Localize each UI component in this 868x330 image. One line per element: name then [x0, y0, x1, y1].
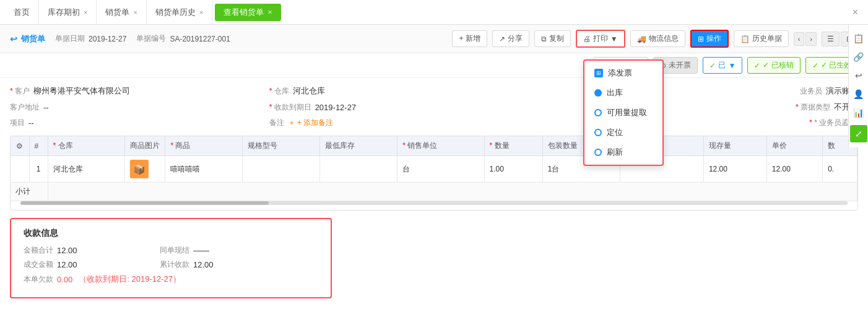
operations-button[interactable]: ⊞ 操作 [690, 30, 729, 48]
plus-icon: ＋ [288, 118, 295, 128]
print-icon: 🖨 [583, 35, 591, 43]
date-label: 单据日期 [55, 33, 85, 44]
owed-value: 0.00 [57, 275, 72, 284]
doc-date-meta: 单据日期 2019-12-27 [55, 33, 126, 44]
new-button[interactable]: + 新增 [452, 30, 487, 47]
warehouse-value[interactable]: 河北仓库 [293, 85, 325, 97]
tab-inventory-init[interactable]: 库存期初 × [39, 0, 97, 25]
tab-bar-close[interactable]: × [848, 7, 863, 18]
tab-sales-order-close[interactable]: × [133, 9, 137, 16]
toolbar-row: 📱 来自手机 ⊙ 未开票 ✓ 已 ▼ ✓ ✓ 已核销 ✓ ✓ 已生效 [0, 53, 868, 78]
table-scroll[interactable]: ⚙ # * 仓库 商品图片 * 商品 规格型号 最低库存 * 销售单位 * 数量… [11, 136, 857, 201]
form-row-1: 客户 柳州粤港平安气体有限公司 仓库 河北仓库 业务员 演示账号 [10, 85, 858, 97]
dropdown-locate[interactable]: 定位 [584, 123, 662, 142]
cell-unit-price: 12.00 [766, 156, 822, 183]
sidebar-icon-return[interactable]: ↩ [850, 67, 867, 84]
project-label: 项目 [10, 118, 25, 128]
total-collected-label: 累计收款 [160, 259, 189, 270]
sidebar-icon-link[interactable]: 🔗 [850, 48, 867, 66]
deal-amount-label: 成交金额 [24, 259, 53, 270]
tab-sales-history[interactable]: 销货单历史 × [147, 0, 212, 25]
total-amount-label: 金额合计 [24, 245, 53, 256]
share-button[interactable]: ↗ 分享 [492, 30, 529, 47]
prev-button[interactable]: ‹ [794, 32, 805, 46]
tab-home[interactable]: 首页 [5, 0, 39, 25]
col-warehouse: * 仓库 [48, 136, 125, 156]
note-field: 备注 ＋ + 添加备注 [269, 118, 505, 128]
add-note-button[interactable]: ＋ + 添加备注 [288, 118, 333, 128]
doc-number-meta: 单据编号 SA-20191227-001 [136, 33, 230, 44]
next-button[interactable]: › [805, 32, 817, 46]
scrollbar-track[interactable] [20, 201, 848, 205]
sidebar-icon-user[interactable]: 👤 [850, 85, 867, 103]
warehouse-label: 仓库 [269, 86, 289, 97]
tab-bar: 首页 库存期初 × 销货单 × 销货单历史 × 查看销货单 × × [0, 0, 868, 25]
cell-num: 1 [29, 156, 48, 183]
sidebar-icon-chart[interactable]: 📊 [850, 104, 867, 121]
col-num: # [29, 136, 48, 156]
address-field: 客户地址 -- [10, 102, 246, 113]
col-spec: 规格型号 [243, 136, 320, 156]
add-invoice-icon: ⊞ [594, 69, 603, 77]
sidebar-icon-expand[interactable]: ⤢ [850, 125, 867, 142]
project-value[interactable]: -- [28, 118, 34, 128]
history-button[interactable]: 📋 历史单据 [734, 30, 789, 47]
customer-label: 客户 [10, 86, 30, 97]
summary-owed: 本单欠款 0.00 （收款到期日: 2019-12-27） [24, 274, 181, 285]
owed-label: 本单欠款 [24, 274, 53, 285]
address-value[interactable]: -- [43, 103, 49, 112]
number-value: SA-20191227-001 [170, 35, 230, 43]
dropdown-refresh[interactable]: 刷新 [584, 142, 662, 162]
table-wrapper: ⚙ # * 仓库 商品图片 * 商品 规格型号 最低库存 * 销售单位 * 数量… [10, 136, 858, 211]
print-dropdown-icon: ▼ [610, 35, 618, 43]
due-date-value[interactable]: 2019-12-27 [315, 103, 357, 112]
tab-sales-history-close[interactable]: × [199, 9, 203, 16]
doc-type-label: 销货单 [21, 33, 45, 45]
summary-deal-amount: 成交金额 12.00 [24, 259, 135, 270]
salesperson-label: * 业务员孟 [809, 118, 849, 128]
cancelled-button[interactable]: ✓ ✓ 已核销 [747, 57, 800, 74]
confirm-button[interactable]: ✓ 已 ▼ [703, 57, 742, 74]
customer-value[interactable]: 柳州粤港平安气体有限公司 [33, 85, 130, 97]
warehouse-field: 仓库 河北仓库 [269, 85, 505, 97]
address-label: 客户地址 [10, 102, 40, 113]
number-label: 单据编号 [136, 33, 166, 44]
col-gear[interactable]: ⚙ [11, 136, 29, 156]
summary-total-amount: 金额合计 12.00 [24, 245, 135, 256]
project-field: 项目 -- [10, 118, 246, 128]
dropdown-menu: ⊞ 添发票 出库 可用量提取 定位 刷新 [583, 59, 664, 166]
print-button[interactable]: 🖨 打印 ▼ [576, 30, 625, 48]
dropdown-add-invoice[interactable]: ⊞ 添发票 [584, 63, 662, 83]
cell-min-stock [320, 156, 397, 183]
dropdown-available-qty[interactable]: 可用量提取 [584, 103, 662, 123]
doc-header: ↩ 销货单 单据日期 2019-12-27 单据编号 SA-20191227-0… [0, 25, 868, 53]
col-qty: * 数量 [484, 136, 542, 156]
main-container: ↩ 销货单 单据日期 2019-12-27 单据编号 SA-20191227-0… [0, 25, 868, 330]
list-view-button[interactable]: ☰ [822, 32, 840, 46]
subtotal-row: 小计 [11, 183, 857, 201]
total-amount-value: 12.00 [57, 246, 77, 255]
col-product: * 商品 [165, 136, 243, 156]
tab-inventory-init-close[interactable]: × [84, 9, 87, 16]
logistics-button[interactable]: 🚚 物流信息 [630, 30, 685, 47]
sidebar-icon-doc[interactable]: 📋 [850, 30, 867, 47]
cell-warehouse: 河北仓库 [48, 156, 125, 183]
tab-sales-order[interactable]: 销货单 × [97, 0, 146, 25]
summary-box: 收款信息 金额合计 12.00 同单现结 —— 成交金额 12.00 累计收款 … [10, 218, 332, 298]
scrollbar-thumb [20, 201, 269, 205]
dropdown-outbound[interactable]: 出库 [584, 83, 662, 103]
right-sidebar: 📋 🔗 ↩ 👤 📊 ⤢ [848, 25, 868, 147]
copy-button[interactable]: ⧉ 复制 [534, 30, 571, 47]
cell-product: 嘻嘻嘻嘻 [165, 156, 243, 183]
col-img: 商品图片 [125, 136, 165, 156]
cell-amount: 0. [823, 156, 857, 183]
summary-same-settle: 同单现结 —— [160, 245, 271, 256]
deal-amount-value: 12.00 [57, 260, 77, 269]
form-area: 客户 柳州粤港平安气体有限公司 仓库 河北仓库 业务员 演示账号 客户地址 --… [0, 78, 868, 136]
summary-row-2: 成交金额 12.00 累计收款 12.00 [24, 259, 318, 270]
cell-spec [243, 156, 320, 183]
tab-view-sales-close[interactable]: × [267, 7, 272, 17]
cell-stock: 12.00 [703, 156, 766, 183]
tab-view-sales[interactable]: 查看销货单 × [215, 4, 281, 21]
copy-icon: ⧉ [541, 35, 547, 43]
